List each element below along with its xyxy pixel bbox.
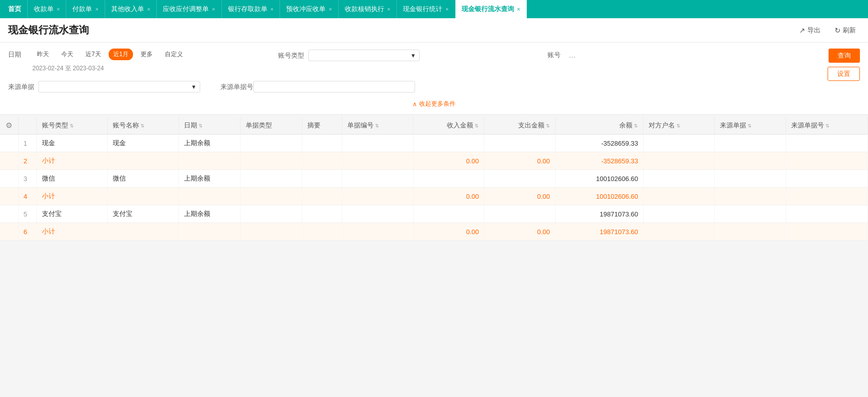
col-source-doc-no[interactable]: 来源单据号⇅ <box>786 117 868 135</box>
row-account-type: 小计 <box>36 223 108 241</box>
row-summary <box>302 188 342 205</box>
gear-icon[interactable]: ⚙ <box>6 121 12 129</box>
account-more-icon[interactable]: ... <box>566 50 578 61</box>
row-account-name <box>108 223 179 241</box>
right-buttons: 查询 设置 <box>817 49 860 81</box>
col-counterpart[interactable]: 对方户名⇅ <box>644 117 715 135</box>
close-icon[interactable]: × <box>57 6 60 12</box>
source-doc-label: 来源单据 <box>8 82 38 92</box>
col-date[interactable]: 日期⇅ <box>178 117 240 135</box>
row-income <box>413 135 484 152</box>
col-balance[interactable]: 余额⇅ <box>555 117 643 135</box>
row-account-name: 现金 <box>108 135 179 152</box>
date-btn-yesterday[interactable]: 昨天 <box>32 49 54 60</box>
row-summary <box>302 170 342 188</box>
date-label: 日期 <box>8 50 32 59</box>
nav-tab-home[interactable]: 首页 <box>2 0 28 18</box>
date-btn-more[interactable]: 更多 <box>136 49 157 60</box>
collapse-bar[interactable]: ∧ 收起更多条件 <box>8 97 860 109</box>
col-account-name[interactable]: 账号名称⇅ <box>108 117 179 135</box>
row-doc-no <box>342 152 413 170</box>
close-icon[interactable]: × <box>147 6 150 12</box>
row-date: 上期余额 <box>178 170 240 188</box>
row-doc-no <box>342 223 413 241</box>
row-date <box>178 152 240 170</box>
nav-tab-cash-stat[interactable]: 现金银行统计 × <box>397 0 455 18</box>
date-btn-1month[interactable]: 近1月 <box>109 49 133 60</box>
row-source-doc-no <box>786 223 868 241</box>
row-date <box>178 188 240 205</box>
row-settings-cell <box>0 205 18 223</box>
close-icon[interactable]: × <box>445 6 448 12</box>
col-income[interactable]: 收入金额⇅ <box>413 117 484 135</box>
row-doc-no <box>342 188 413 205</box>
nav-tab-adjustment[interactable]: 应收应付调整单 × <box>157 0 221 18</box>
row-source-doc <box>714 152 786 170</box>
row-account-type: 小计 <box>36 188 108 205</box>
row-source-doc <box>714 170 786 188</box>
close-icon[interactable]: × <box>95 6 98 12</box>
nav-tab-verify[interactable]: 收款核销执行 × <box>339 0 397 18</box>
col-source-doc[interactable]: 来源单据⇅ <box>714 117 786 135</box>
row-balance: 100102606.60 <box>555 188 643 205</box>
query-button[interactable]: 查询 <box>829 49 860 63</box>
row-account-type: 小计 <box>36 152 108 170</box>
row-account-name: 支付宝 <box>108 205 179 223</box>
col-num <box>18 117 36 135</box>
setting-button[interactable]: 设置 <box>828 67 860 81</box>
account-type-select[interactable]: ▾ <box>308 50 420 61</box>
col-doc-no[interactable]: 单据编号⇅ <box>342 117 413 135</box>
col-expense[interactable]: 支出金额⇅ <box>484 117 556 135</box>
nav-tab-cash-flow[interactable]: 现金银行流水查询 × <box>455 0 527 18</box>
export-button[interactable]: ↗ 导出 <box>795 24 825 37</box>
row-income: 0.00 <box>413 152 484 170</box>
nav-tab-payment[interactable]: 付款单 × <box>66 0 105 18</box>
date-btn-today[interactable]: 今天 <box>57 49 78 60</box>
table-container: ⚙ 账号类型⇅ 账号名称⇅ 日期⇅ 单据类型 摘要 单据编号⇅ 收入金额⇅ 支出… <box>0 117 868 241</box>
refresh-button[interactable]: ↻ 刷新 <box>831 24 860 37</box>
row-doc-type <box>241 223 302 241</box>
row-counterpart <box>644 188 715 205</box>
refresh-label: 刷新 <box>843 26 856 35</box>
close-icon[interactable]: × <box>212 6 215 12</box>
col-settings: ⚙ <box>0 117 18 135</box>
row-account-name <box>108 152 179 170</box>
row-income: 0.00 <box>413 223 484 241</box>
close-icon[interactable]: × <box>517 6 520 12</box>
row-source-doc-no <box>786 135 868 152</box>
date-btn-custom[interactable]: 自定义 <box>160 49 188 60</box>
row-income <box>413 205 484 223</box>
table-header-row: ⚙ 账号类型⇅ 账号名称⇅ 日期⇅ 单据类型 摘要 单据编号⇅ 收入金额⇅ 支出… <box>0 117 868 135</box>
close-icon[interactable]: × <box>270 6 273 12</box>
close-icon[interactable]: × <box>329 6 332 12</box>
col-account-type[interactable]: 账号类型⇅ <box>36 117 108 135</box>
col-doc-type: 单据类型 <box>241 117 302 135</box>
nav-tab-receipt[interactable]: 收款单 × <box>28 0 66 18</box>
collapse-label: 收起更多条件 <box>419 100 455 108</box>
row-settings-cell <box>0 152 18 170</box>
nav-tab-other-income[interactable]: 其他收入单 × <box>105 0 157 18</box>
row-expense <box>484 205 556 223</box>
source-doc-no-input[interactable] <box>253 81 415 93</box>
row-settings-cell <box>0 223 18 241</box>
row-balance: 19871073.60 <box>555 223 643 241</box>
row-source-doc-no <box>786 152 868 170</box>
nav-tab-prepay-offset[interactable]: 预收冲应收单 × <box>280 0 338 18</box>
row-num-cell: 5 <box>18 205 36 223</box>
header-actions: ↗ 导出 ↻ 刷新 <box>795 24 860 37</box>
row-date: 上期余额 <box>178 205 240 223</box>
refresh-icon: ↻ <box>835 26 841 34</box>
row-counterpart <box>644 135 715 152</box>
row-num-cell: 3 <box>18 170 36 188</box>
nav-tab-bank-deposit[interactable]: 银行存取款单 × <box>222 0 280 18</box>
export-label: 导出 <box>807 26 820 35</box>
row-summary <box>302 152 342 170</box>
chevron-down-icon: ▾ <box>412 52 415 59</box>
table-row: 4小计0.000.00100102606.60 <box>0 188 868 205</box>
date-range: 2023-02-24 至 2023-03-24 <box>8 64 278 73</box>
source-doc-select[interactable]: ▾ <box>38 81 200 93</box>
date-btn-7days[interactable]: 近7天 <box>81 49 106 60</box>
filter-section: 日期 昨天 今天 近7天 近1月 更多 自定义 2023-02-24 至 202… <box>0 42 868 115</box>
close-icon[interactable]: × <box>387 6 390 12</box>
row-source-doc-no <box>786 170 868 188</box>
